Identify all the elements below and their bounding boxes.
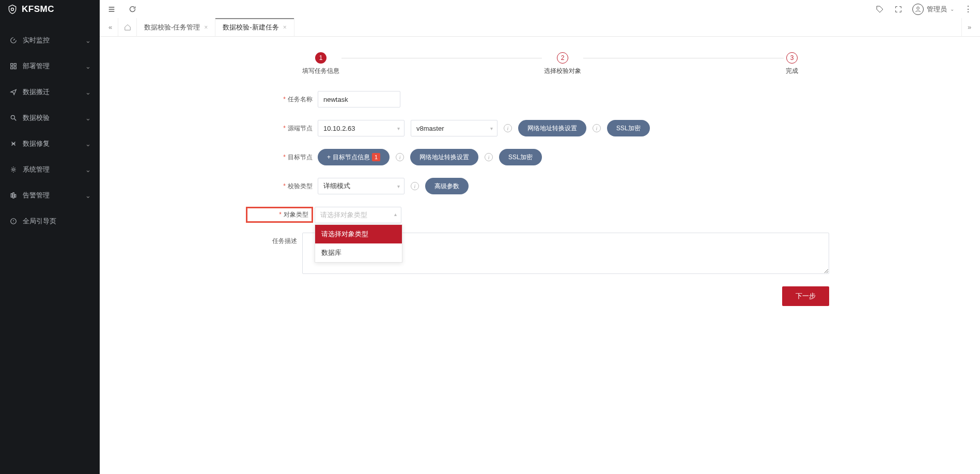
chevron-down-icon: ⌄	[85, 63, 90, 70]
sidebar-item-label: 全局引导页	[23, 217, 90, 226]
dropdown-option-database[interactable]: 数据库	[315, 243, 402, 262]
tab-label: 数据校验-新建任务	[223, 23, 278, 32]
tab-task-manage[interactable]: 数据校验-任务管理 ×	[137, 18, 215, 36]
row-object-type: *对象类型 请选择对象类型 ▾ 请选择对象类型 数据库	[251, 207, 829, 223]
tab-home[interactable]	[118, 18, 137, 36]
svg-rect-3	[14, 67, 16, 69]
task-name-input[interactable]	[318, 91, 400, 108]
add-target-button[interactable]: + 目标节点信息 1	[318, 149, 390, 165]
content: 1 填写任务信息 2 选择校验对象 3 完成 *任务名称	[100, 37, 980, 474]
chevron-down-icon: ▾	[397, 184, 400, 189]
chevron-down-icon: ⌄	[950, 6, 954, 12]
step-indicator: 1 填写任务信息 2 选择校验对象 3 完成	[251, 52, 829, 75]
dashboard-icon	[9, 36, 18, 44]
dropdown-option-placeholder[interactable]: 请选择对象类型	[315, 225, 402, 243]
chevron-down-icon: ▾	[490, 126, 493, 131]
svg-rect-8	[14, 194, 15, 197]
repair-icon	[9, 140, 18, 148]
home-icon	[124, 24, 131, 31]
tab-label: 数据校验-任务管理	[144, 23, 200, 32]
main: 管理员 ⌄ ⋮ « 数据校验-任务管理 × 数据校验-新建任务 × »	[100, 0, 980, 474]
avatar-icon	[912, 4, 924, 15]
svg-rect-2	[11, 67, 13, 69]
chevron-down-icon: ▾	[397, 126, 400, 131]
step-number: 3	[786, 52, 798, 64]
target-ssl-button[interactable]: SSL加密	[499, 149, 542, 165]
object-type-dropdown: 请选择对象类型 数据库	[315, 224, 402, 263]
info-icon[interactable]: i	[485, 153, 493, 161]
label-source-node: *源端节点	[251, 120, 318, 133]
brand-logo: KFSMC	[0, 0, 100, 18]
sidebar-item-label: 数据校验	[23, 113, 85, 123]
svg-rect-7	[13, 193, 14, 198]
gear-icon	[9, 165, 18, 174]
tab-new-task[interactable]: 数据校验-新建任务 ×	[215, 18, 294, 36]
source-ssl-button[interactable]: SSL加密	[607, 120, 650, 136]
sidebar-item-repair[interactable]: 数据修复 ⌄	[0, 131, 100, 157]
sidebar-item-system[interactable]: 系统管理 ⌄	[0, 157, 100, 182]
sidebar: KFSMC 实时监控 ⌄ 部署管理 ⌄ 数据搬迁 ⌄ 数据校验 ⌄	[0, 0, 100, 474]
sidebar-item-label: 部署管理	[23, 62, 85, 71]
step-label: 完成	[786, 67, 798, 75]
row-task-name: *任务名称	[251, 91, 829, 108]
sidebar-item-label: 数据搬迁	[23, 87, 85, 97]
deploy-icon	[9, 62, 18, 70]
next-step-button[interactable]: 下一步	[782, 286, 829, 306]
refresh-icon[interactable]	[128, 5, 137, 14]
more-icon[interactable]: ⋮	[963, 5, 973, 14]
step-3: 3 完成	[786, 52, 798, 75]
chevron-down-icon: ⌄	[85, 88, 90, 96]
menu-toggle-icon[interactable]	[107, 5, 116, 14]
info-icon[interactable]: i	[396, 153, 404, 161]
source-name-select[interactable]: v8master ▾	[411, 120, 497, 136]
chevron-down-icon: ⌄	[85, 37, 90, 44]
chevron-down-icon: ⌄	[85, 114, 90, 122]
sidebar-item-label: 系统管理	[23, 165, 85, 174]
sidebar-item-monitor[interactable]: 实时监控 ⌄	[0, 27, 100, 53]
tabs-prev-button[interactable]: «	[103, 18, 118, 36]
svg-rect-0	[11, 64, 13, 66]
advanced-params-button[interactable]: 高级参数	[425, 178, 469, 194]
user-label: 管理员	[927, 5, 947, 14]
row-source-node: *源端节点 10.10.2.63 ▾ v8master ▾ i 网络地址转换设置…	[251, 120, 829, 136]
sidebar-item-verify[interactable]: 数据校验 ⌄	[0, 105, 100, 131]
tabs-next-button[interactable]: »	[961, 18, 977, 36]
source-nat-button[interactable]: 网络地址转换设置	[518, 120, 586, 136]
form-footer: 下一步	[251, 286, 829, 306]
chevron-down-icon: ⌄	[85, 192, 90, 200]
row-verify-type: *校验类型 详细模式 ▾ i 高级参数	[251, 178, 829, 194]
close-icon[interactable]: ×	[204, 24, 208, 31]
svg-point-5	[12, 169, 14, 171]
object-type-select[interactable]: 请选择对象类型 ▾ 请选择对象类型 数据库	[315, 207, 401, 223]
target-count-badge: 1	[372, 153, 380, 161]
verify-type-select[interactable]: 详细模式 ▾	[318, 178, 405, 194]
tabbar: « 数据校验-任务管理 × 数据校验-新建任务 × »	[100, 18, 980, 37]
guide-icon	[9, 217, 18, 225]
step-label: 选择校验对象	[544, 67, 581, 75]
target-nat-button[interactable]: 网络地址转换设置	[410, 149, 478, 165]
label-target-node: *目标节点	[251, 149, 318, 162]
chevron-up-icon: ▾	[394, 212, 397, 218]
label-object-type: *对象类型	[246, 207, 313, 223]
tag-icon[interactable]	[875, 5, 884, 14]
fullscreen-icon[interactable]	[894, 5, 903, 14]
sidebar-item-deploy[interactable]: 部署管理 ⌄	[0, 53, 100, 79]
close-icon[interactable]: ×	[283, 24, 287, 31]
sidebar-item-migrate[interactable]: 数据搬迁 ⌄	[0, 79, 100, 105]
sidebar-item-label: 实时监控	[23, 36, 85, 45]
info-icon[interactable]: i	[411, 182, 419, 190]
info-icon[interactable]: i	[504, 124, 512, 132]
step-number: 2	[557, 52, 568, 64]
label-task-desc: 任务描述	[251, 233, 302, 246]
sidebar-item-guide[interactable]: 全局引导页	[0, 208, 100, 234]
svg-rect-6	[11, 194, 12, 197]
chevron-down-icon: ⌄	[85, 140, 90, 148]
user-menu[interactable]: 管理员 ⌄	[912, 4, 954, 15]
sidebar-item-label: 告警管理	[23, 191, 85, 200]
sidebar-item-alert[interactable]: 告警管理 ⌄	[0, 182, 100, 208]
sidebar-item-label: 数据修复	[23, 139, 85, 148]
source-ip-select[interactable]: 10.10.2.63 ▾	[318, 120, 405, 136]
info-icon[interactable]: i	[593, 124, 601, 132]
row-target-node: *目标节点 + 目标节点信息 1 i 网络地址转换设置 i SSL加密	[251, 149, 829, 165]
sidebar-menu: 实时监控 ⌄ 部署管理 ⌄ 数据搬迁 ⌄ 数据校验 ⌄ 数据修复 ⌄	[0, 18, 100, 234]
